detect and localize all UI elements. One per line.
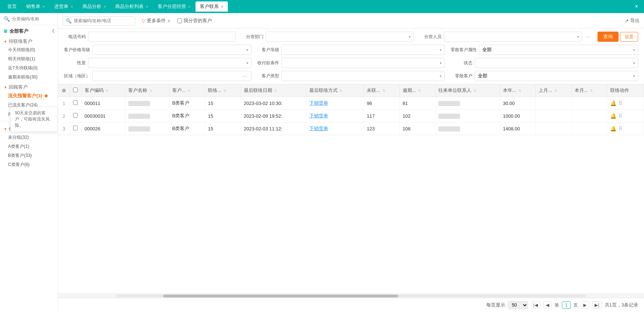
filter-sparse-select[interactable]: 全部 ▾ (475, 71, 638, 81)
tab-product-list[interactable]: 商品分析列表 × (111, 1, 152, 12)
th-code[interactable]: 客户编码 ⇅ (81, 84, 125, 97)
th-type[interactable]: 客户... ⇅ (169, 84, 205, 97)
last-page-btn[interactable]: ▶| (592, 301, 601, 309)
next-page-btn[interactable]: ▶ (581, 301, 589, 309)
page-label: 第 (555, 302, 559, 308)
th-checkbox[interactable] (70, 84, 81, 97)
cell-type: B类客户 (169, 122, 205, 135)
tab-sales-close[interactable]: × (43, 4, 45, 9)
th-last-date[interactable]: 最后联络日期 ⇅ (241, 84, 306, 97)
chevron-down-icon-8: ▾ (633, 61, 635, 65)
tab-product-list-close[interactable]: × (146, 4, 148, 9)
filter-status-select[interactable]: ▾ (475, 58, 638, 68)
more-conditions-btn[interactable]: ▽ 更多条件 ∧ (139, 16, 174, 25)
sidebar-item-c-class[interactable]: C类客户(6) (0, 160, 58, 169)
th-last-method[interactable]: 最后联络方式 ⇅ (306, 84, 364, 97)
first-page-btn[interactable]: |◀ (531, 301, 540, 309)
filter-person-select[interactable]: ▾ (444, 32, 583, 42)
horizontal-scrollbar[interactable] (58, 293, 644, 298)
th-contact-person[interactable]: 往来单位联系人 ⇅ (435, 84, 500, 97)
filter-level-select[interactable]: ▾ (281, 45, 445, 55)
tab-product-analysis-close[interactable]: × (104, 4, 106, 9)
filter-field-sparse: 零散客户 全部 ▾ (451, 71, 638, 81)
select-all-checkbox[interactable] (73, 88, 78, 92)
filter-nature-select[interactable]: ▾ (88, 58, 251, 68)
triangle-icon: ▼ (4, 40, 7, 44)
cell-checkbox[interactable] (70, 122, 81, 135)
filter-sparse-attr-select[interactable]: 全部 ▾ (479, 45, 638, 55)
settings-button[interactable]: 设置 (620, 32, 638, 42)
cell-checkbox[interactable] (70, 97, 81, 110)
sidebar-item-overdue[interactable]: 逾期未联络(30) (0, 73, 58, 82)
dots-btn-region[interactable]: ··· (241, 73, 248, 79)
tab-home[interactable]: 首页 (3, 1, 21, 12)
more-actions-icon[interactable]: ⠿ (619, 100, 622, 106)
top-tab-bar: 首页 销售单 × 进货单 × 商品分析 × 商品分析列表 × 客户分层经营 × … (0, 0, 644, 13)
prev-page-btn[interactable]: ◀ (543, 301, 552, 309)
sort-arrows-code: ⇅ (105, 89, 108, 93)
last-method-link[interactable]: 下销货单 (309, 100, 328, 106)
tab-customer-contact-close[interactable]: × (221, 4, 223, 9)
contact-icon[interactable]: 🔔 (610, 100, 616, 106)
last-method-link[interactable]: 下销货单 (309, 113, 328, 118)
filter-region-select[interactable]: ··· (92, 71, 251, 81)
tab-customer-contact[interactable]: 客户联系 × (196, 1, 228, 12)
sidebar-item-ungrouped[interactable]: 未分组(32) (0, 133, 58, 142)
filter-sparse-label: 零散客户 (451, 73, 472, 79)
sidebar-item-tomorrow[interactable]: 明天待联络(1) (0, 54, 58, 64)
my-customers-checkbox[interactable] (177, 19, 182, 23)
th-overdue[interactable]: 逾期... ⇅ (399, 84, 435, 97)
tab-customer-layer[interactable]: 客户分层经营 × (153, 1, 195, 12)
filter-phone-input[interactable] (88, 32, 236, 42)
tab-customer-layer-close[interactable]: × (188, 4, 190, 9)
th-this-month[interactable]: 本月... ⇅ (571, 84, 607, 97)
th-contact-count[interactable]: 联络... ⇅ (205, 84, 241, 97)
row-checkbox[interactable] (73, 113, 78, 118)
th-uncontacted[interactable]: 未联... ⇅ (364, 84, 399, 97)
th-this-year[interactable]: 本年... ⇅ (500, 84, 535, 97)
dots-btn-person[interactable]: ··· (584, 34, 592, 40)
filter-payment-select[interactable]: ▾ (281, 58, 445, 68)
content-area: 🔍 ▽ 更多条件 ∧ 我分管的客户 ↗ 导出 电话号码 (58, 13, 644, 312)
last-method-link[interactable]: 下销货单 (309, 126, 328, 131)
sidebar-item-7days[interactable]: 近7天待联络(0) (0, 64, 58, 73)
more-conditions-label: 更多条件 (147, 17, 166, 24)
window-close-button[interactable]: × (632, 2, 641, 11)
main-layout: 🔍 ⊞ 全部客户 《 ▼ 待联络客户 今天待联络(0) 明天待联络(1) 近7天… (0, 13, 644, 312)
contact-icon[interactable]: 🔔 (610, 113, 616, 119)
chevron-down-icon: ▾ (409, 35, 411, 39)
sidebar-search-input[interactable] (12, 16, 58, 21)
cell-checkbox[interactable] (70, 110, 81, 122)
tab-purchase[interactable]: 进货单 × (50, 1, 77, 12)
tab-product-analysis[interactable]: 商品分析 × (78, 1, 110, 12)
row-checkbox[interactable] (73, 126, 78, 130)
filter-price-level-select[interactable]: ▾ (92, 45, 251, 55)
contact-icon[interactable]: 🔔 (610, 126, 616, 131)
tab-purchase-close[interactable]: × (71, 4, 73, 9)
filter-customer-type-select[interactable]: ▾ (281, 71, 445, 81)
tab-sales[interactable]: 销售单 × (22, 1, 49, 12)
cell-last-method: 下销货单 (306, 110, 364, 122)
customer-name-blurred (128, 101, 150, 106)
filter-field-phone: 电话号码 (64, 32, 236, 42)
main-search-input[interactable] (74, 18, 132, 23)
export-btn[interactable]: ↗ 导出 (625, 17, 640, 24)
more-actions-icon[interactable]: ⠿ (619, 126, 622, 131)
filter-dept-select[interactable]: ▾ (266, 32, 414, 42)
my-customers-checkbox-label[interactable]: 我分管的客户 (177, 17, 212, 24)
th-name[interactable]: 客户名称 ⇅ (125, 84, 169, 97)
customer-table: ⚙ 客户编码 ⇅ 客户名称 ⇅ 客户... ⇅ 联络... ⇅ 最后联络日期 ⇅… (58, 84, 644, 135)
sidebar-root-label-wrap[interactable]: ⊞ 全部客户 (4, 28, 28, 35)
sidebar-item-churn-warning[interactable]: 流失预警客户(3) (0, 91, 58, 101)
sidebar-item-b-class[interactable]: B类客户(33) (0, 151, 58, 160)
more-actions-icon[interactable]: ⠿ (619, 113, 622, 119)
th-settings[interactable]: ⚙ (58, 84, 70, 97)
collapse-icon[interactable]: 《 (50, 28, 54, 35)
sidebar-item-today[interactable]: 今天待联络(0) (0, 45, 58, 54)
per-page-select[interactable]: 50 100 (508, 301, 528, 309)
th-last-month[interactable]: 上月... ⇅ (536, 84, 571, 97)
query-button[interactable]: 查询 (597, 32, 619, 42)
sidebar-item-a-class[interactable]: A类客户(1) (0, 142, 58, 151)
row-checkbox[interactable] (73, 100, 78, 105)
contact-person-blurred (438, 114, 460, 119)
